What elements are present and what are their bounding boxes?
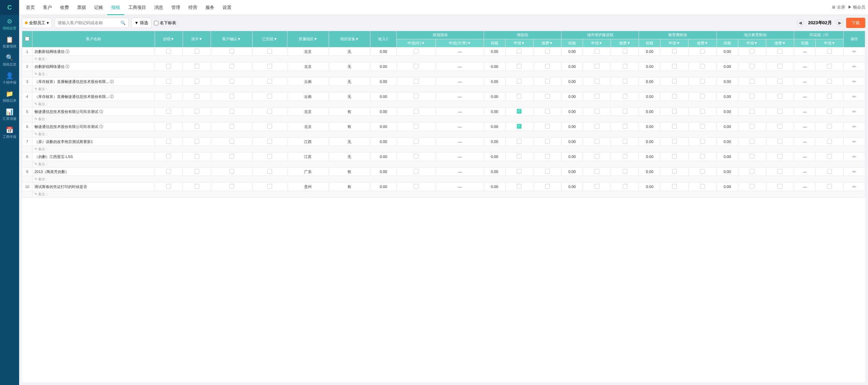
checkbox-annual[interactable]	[414, 94, 418, 99]
employee-select[interactable]: 全部员工 ▾	[22, 18, 52, 28]
checkbox-local-declare[interactable]	[750, 154, 754, 159]
checkbox-tax-clearance[interactable]	[166, 64, 171, 69]
checkbox-stamp-declare[interactable]	[827, 169, 832, 174]
checkbox-local-declare[interactable]	[750, 139, 754, 144]
nav-invoice[interactable]: 票据	[73, 0, 90, 15]
checkbox-edu-declare[interactable]	[672, 154, 677, 159]
checkbox-completed[interactable]	[267, 79, 272, 84]
checkbox-local-pay[interactable]	[778, 124, 782, 129]
checkbox-local-pay[interactable]	[778, 94, 782, 99]
nav-home[interactable]: 首页	[22, 0, 39, 15]
edit-icon[interactable]: ✏	[852, 169, 856, 174]
checkbox-edu-declare[interactable]	[672, 94, 677, 99]
checkbox-vat-declare[interactable]	[517, 94, 522, 99]
checkbox-tax-clearance[interactable]	[166, 184, 171, 189]
checkbox-city-declare[interactable]	[595, 79, 599, 84]
checkbox-tax-clearance[interactable]	[166, 139, 171, 144]
checkbox-edu-pay[interactable]	[700, 64, 705, 69]
checkbox-stamp-declare[interactable]	[827, 184, 832, 189]
next-month-btn[interactable]: ▶	[836, 19, 843, 27]
checkbox-annual[interactable]	[414, 154, 418, 159]
checkbox-vat-declare[interactable]	[517, 184, 522, 189]
prev-month-btn[interactable]: ◀	[797, 19, 804, 27]
checkbox-local-pay[interactable]	[778, 79, 782, 84]
checkbox-completed[interactable]	[267, 154, 272, 159]
checkbox-customer-confirm[interactable]	[229, 64, 234, 69]
checkbox-vat-declare[interactable]	[517, 169, 522, 174]
checkbox-local-declare[interactable]	[750, 124, 754, 129]
checkbox-city-declare[interactable]	[595, 154, 599, 159]
checkbox-vat-declare[interactable]	[517, 154, 522, 159]
edit-icon[interactable]: ✏	[852, 184, 856, 189]
checkbox-card-clear[interactable]	[195, 109, 199, 114]
checkbox-completed[interactable]	[267, 109, 272, 114]
nav-bookkeeping[interactable]: 记账	[90, 0, 107, 15]
checkbox-local-declare[interactable]	[750, 49, 754, 54]
edit-icon[interactable]: ✏	[852, 79, 856, 84]
nav-service[interactable]: 服务	[201, 0, 218, 15]
checkbox-stamp-declare[interactable]	[827, 154, 832, 159]
checkbox-city-declare[interactable]	[595, 64, 599, 69]
checkbox-customer-confirm[interactable]	[229, 139, 234, 144]
checkbox-completed[interactable]	[267, 64, 272, 69]
checkbox-stamp-declare[interactable]	[827, 139, 832, 144]
nav-customer[interactable]: 客户	[39, 0, 56, 15]
edit-icon[interactable]: ✏	[852, 64, 856, 69]
checkbox-annual[interactable]	[414, 79, 418, 84]
checkbox-label[interactable]: 名下标表	[154, 20, 176, 26]
filter-button[interactable]: ▼ 筛选	[131, 18, 151, 28]
checkbox-customer-confirm[interactable]	[229, 169, 234, 174]
checkbox-card-clear[interactable]	[195, 154, 199, 159]
nav-collection[interactable]: 收费	[56, 0, 73, 15]
nav-message[interactable]: 消息	[150, 0, 167, 15]
checkbox-edu-pay[interactable]	[700, 169, 705, 174]
checkbox-local-declare[interactable]	[750, 94, 754, 99]
checkbox-vat-declare[interactable]	[517, 49, 522, 54]
checkbox-vat-pay[interactable]	[545, 169, 550, 174]
edit-icon[interactable]: ✏	[852, 124, 856, 129]
checkbox-local-pay[interactable]	[778, 184, 782, 189]
checkbox-stamp-declare[interactable]	[827, 124, 832, 129]
checkbox-completed[interactable]	[267, 169, 272, 174]
checkbox-tax-clearance[interactable]	[166, 154, 171, 159]
checkbox-local-pay[interactable]	[778, 109, 782, 114]
checkbox-local-pay[interactable]	[778, 154, 782, 159]
checkbox-annual[interactable]	[414, 109, 418, 114]
edit-icon[interactable]: ✏	[852, 154, 856, 159]
checkbox-local-declare[interactable]	[750, 184, 754, 189]
checkbox-vat-pay[interactable]	[545, 124, 550, 129]
checkbox-edu-pay[interactable]	[700, 79, 705, 84]
checkbox-tax-clearance[interactable]	[166, 94, 171, 99]
checkbox-vat-declare[interactable]	[517, 109, 522, 114]
nav-settings[interactable]: 设置	[218, 0, 236, 15]
checkbox-edu-pay[interactable]	[700, 139, 705, 144]
sidebar-item-batch-tax[interactable]: 📋 批量报税	[0, 33, 19, 51]
edit-icon[interactable]: ✏	[852, 49, 856, 54]
checkbox-edu-declare[interactable]	[672, 184, 677, 189]
checkbox-local-declare[interactable]	[750, 64, 754, 69]
checkbox-customer-confirm[interactable]	[229, 124, 234, 129]
checkbox-edu-declare[interactable]	[672, 169, 677, 174]
checkbox-stamp-declare[interactable]	[827, 79, 832, 84]
checkbox-annual[interactable]	[414, 64, 418, 69]
edit-icon[interactable]: ✏	[852, 94, 856, 99]
checkbox-city-pay[interactable]	[623, 49, 627, 54]
checkbox-card-clear[interactable]	[195, 139, 199, 144]
checkbox-vat-declare[interactable]	[517, 64, 522, 69]
checkbox-vat-pay[interactable]	[545, 184, 550, 189]
checkbox-edu-declare[interactable]	[672, 139, 677, 144]
checkbox-edu-declare[interactable]	[672, 49, 677, 54]
checkbox-edu-declare[interactable]	[672, 64, 677, 69]
checkbox-vat-declare[interactable]	[517, 124, 522, 129]
search-input[interactable]	[58, 20, 119, 25]
checkbox-city-declare[interactable]	[595, 124, 599, 129]
checkbox-tax-clearance[interactable]	[166, 79, 171, 84]
checkbox-tax-clearance[interactable]	[166, 109, 171, 114]
checkbox-completed[interactable]	[267, 49, 272, 54]
checkbox-city-pay[interactable]	[623, 94, 627, 99]
checkbox-stamp-declare[interactable]	[827, 64, 832, 69]
checkbox-city-declare[interactable]	[595, 169, 599, 174]
checkbox-annual[interactable]	[414, 139, 418, 144]
checkbox-local-pay[interactable]	[778, 139, 782, 144]
checkbox-local-pay[interactable]	[778, 169, 782, 174]
